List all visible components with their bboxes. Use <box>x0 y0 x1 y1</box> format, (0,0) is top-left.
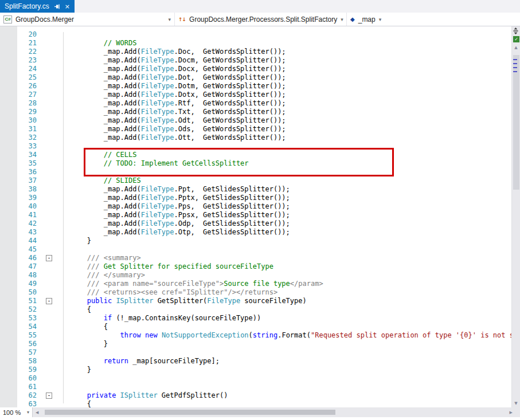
line-number[interactable]: 29 <box>17 108 40 116</box>
code-text[interactable]: return _map[sourceFileType]; <box>54 357 220 366</box>
line-number[interactable]: 60 <box>17 374 40 383</box>
code-text[interactable]: _map.Add(FileType.Txt, GetWordsSplitter(… <box>54 108 286 116</box>
type-dropdown[interactable]: ↑↓ GroupDocs.Merger.Processors.Split.Spl… <box>175 13 347 26</box>
line-number[interactable]: 20 <box>17 30 40 39</box>
code-text[interactable]: _map.Add(FileType.Dot, GetWordsSplitter(… <box>54 73 286 82</box>
code-text[interactable]: _map.Add(FileType.Dotx, GetWordsSplitter… <box>54 91 286 99</box>
code-text[interactable]: { <box>54 400 91 407</box>
code-line[interactable]: 51- public ISplitter GetSplitter(FileTyp… <box>17 297 511 305</box>
code-text[interactable]: private ISplitter GetPdfSplitter() <box>54 391 228 400</box>
line-number[interactable]: 48 <box>17 271 40 280</box>
scroll-down-arrow[interactable]: ▼ <box>512 401 520 406</box>
code-text[interactable]: /// <summary> <box>54 254 141 262</box>
line-number[interactable]: 41 <box>17 211 40 219</box>
code-line[interactable]: 57 <box>17 348 511 357</box>
scrollbar-split-button[interactable] <box>512 27 520 35</box>
code-text[interactable]: _map.Add(FileType.Odt, GetWordsSplitter(… <box>54 116 286 125</box>
line-number[interactable]: 44 <box>17 237 40 245</box>
code-text[interactable]: _map.Add(FileType.Otp, GetSlidesSplitter… <box>54 228 290 237</box>
tab-close-button[interactable]: × <box>65 3 70 10</box>
code-line[interactable]: 46- /// <summary> <box>17 254 511 262</box>
code-editor[interactable]: 2021 // WORDS22 _map.Add(FileType.Doc, G… <box>0 26 520 407</box>
line-number[interactable]: 33 <box>17 142 40 151</box>
code-line[interactable]: 25 _map.Add(FileType.Dot, GetWordsSplitt… <box>17 73 511 82</box>
line-number[interactable]: 30 <box>17 116 40 125</box>
line-number[interactable]: 45 <box>17 245 40 254</box>
fold-toggle[interactable]: - <box>46 392 52 399</box>
code-line[interactable]: 23 _map.Add(FileType.Docm, GetWordsSplit… <box>17 56 511 65</box>
code-line[interactable]: 32 _map.Add(FileType.Ott, GetWordsSplitt… <box>17 134 511 142</box>
code-text[interactable]: _map.Add(FileType.Pps, GetSlidesSplitter… <box>54 202 290 211</box>
line-number[interactable]: 56 <box>17 340 40 348</box>
line-number[interactable]: 28 <box>17 99 40 108</box>
code-text[interactable]: /// Get Splitter for specified sourceFil… <box>54 262 273 271</box>
code-line[interactable]: 22 _map.Add(FileType.Doc, GetWordsSplitt… <box>17 48 511 56</box>
line-number[interactable]: 26 <box>17 82 40 91</box>
line-number[interactable]: 36 <box>17 168 40 176</box>
code-line[interactable]: 29 _map.Add(FileType.Txt, GetWordsSplitt… <box>17 108 511 116</box>
line-number[interactable]: 43 <box>17 228 40 237</box>
line-number[interactable]: 62 <box>17 391 40 400</box>
code-line[interactable]: 45 <box>17 245 511 254</box>
code-line[interactable]: 49 /// <param name="sourceFileType">Sour… <box>17 280 511 288</box>
code-line[interactable]: 62- private ISplitter GetPdfSplitter() <box>17 391 511 400</box>
line-number[interactable]: 25 <box>17 73 40 82</box>
code-text[interactable]: _map.Add(FileType.Rtf, GetWordsSplitter(… <box>54 99 286 108</box>
code-line[interactable]: 39 _map.Add(FileType.Pptx, GetSlidesSpli… <box>17 194 511 202</box>
line-number[interactable]: 38 <box>17 185 40 194</box>
zoom-select[interactable]: 100 % ▾ <box>0 407 33 417</box>
code-text[interactable]: } <box>54 340 108 348</box>
line-number[interactable]: 39 <box>17 194 40 202</box>
code-text[interactable]: _map.Add(FileType.Odp, GetSlidesSplitter… <box>54 219 290 228</box>
line-number[interactable]: 32 <box>17 134 40 142</box>
scroll-up-arrow[interactable]: ▲ <box>512 45 520 50</box>
code-line[interactable]: 40 _map.Add(FileType.Pps, GetSlidesSplit… <box>17 202 511 211</box>
member-dropdown[interactable]: ◆ _map ▾ <box>347 13 382 26</box>
code-text[interactable]: throw new NotSupportedException(string.F… <box>54 331 511 340</box>
line-number[interactable]: 51 <box>17 297 40 305</box>
line-number[interactable]: 34 <box>17 151 40 159</box>
code-text[interactable]: } <box>54 237 91 245</box>
line-number[interactable]: 57 <box>17 348 40 357</box>
code-line[interactable]: 26 _map.Add(FileType.Dotm, GetWordsSplit… <box>17 82 511 91</box>
line-number[interactable]: 22 <box>17 48 40 56</box>
code-line[interactable]: 61 <box>17 383 511 391</box>
scroll-left-arrow[interactable]: ◀ <box>36 410 38 415</box>
line-number[interactable]: 21 <box>17 39 40 48</box>
code-line[interactable]: 52 { <box>17 305 511 314</box>
code-text[interactable]: // SLIDES <box>54 176 141 185</box>
code-text[interactable]: _map.Add(FileType.Docx, GetWordsSplitter… <box>54 65 286 73</box>
vertical-scroll-thumb[interactable] <box>513 55 519 190</box>
breakpoint-margin[interactable] <box>0 26 17 407</box>
tab-splitfactory[interactable]: SplitFactory.cs × <box>0 0 75 13</box>
code-line[interactable]: 41 _map.Add(FileType.Ppsx, GetSlidesSpli… <box>17 211 511 219</box>
line-number[interactable]: 63 <box>17 400 40 407</box>
line-number[interactable]: 46 <box>17 254 40 262</box>
code-line[interactable]: 56 } <box>17 340 511 348</box>
file-health-indicator[interactable]: ✓ <box>513 36 519 42</box>
code-line[interactable]: 37 // SLIDES <box>17 176 511 185</box>
code-line[interactable]: 20 <box>17 30 511 39</box>
code-text[interactable]: _map.Add(FileType.Docm, GetWordsSplitter… <box>54 56 286 65</box>
code-line[interactable]: 63 { <box>17 400 511 407</box>
code-line[interactable]: 47 /// Get Splitter for specified source… <box>17 262 511 271</box>
code-line[interactable]: 60 <box>17 374 511 383</box>
code-line[interactable]: 48 /// </summary> <box>17 271 511 280</box>
project-dropdown[interactable]: C# GroupDocs.Merger ▾ <box>0 13 175 26</box>
code-line[interactable]: 31 _map.Add(FileType.Ods, GetWordsSplitt… <box>17 125 511 134</box>
line-number[interactable]: 59 <box>17 366 40 374</box>
line-number[interactable]: 35 <box>17 159 40 168</box>
code-text[interactable]: /// <param name="sourceFileType">Source … <box>54 280 323 288</box>
code-line[interactable]: 42 _map.Add(FileType.Odp, GetSlidesSplit… <box>17 219 511 228</box>
code-text[interactable]: _map.Add(FileType.Ott, GetWordsSplitter(… <box>54 134 286 142</box>
line-number[interactable]: 55 <box>17 331 40 340</box>
fold-toggle[interactable]: - <box>46 255 52 261</box>
code-text[interactable]: _map.Add(FileType.Ppsx, GetSlidesSplitte… <box>54 211 290 219</box>
code-line[interactable]: 24 _map.Add(FileType.Docx, GetWordsSplit… <box>17 65 511 73</box>
code-text[interactable]: } <box>54 366 91 374</box>
code-text[interactable]: _map.Add(FileType.Dotm, GetWordsSplitter… <box>54 82 286 91</box>
line-number[interactable]: 42 <box>17 219 40 228</box>
code-line[interactable]: 59 } <box>17 366 511 374</box>
code-text[interactable]: // WORDS <box>54 39 137 48</box>
line-number[interactable]: 58 <box>17 357 40 366</box>
